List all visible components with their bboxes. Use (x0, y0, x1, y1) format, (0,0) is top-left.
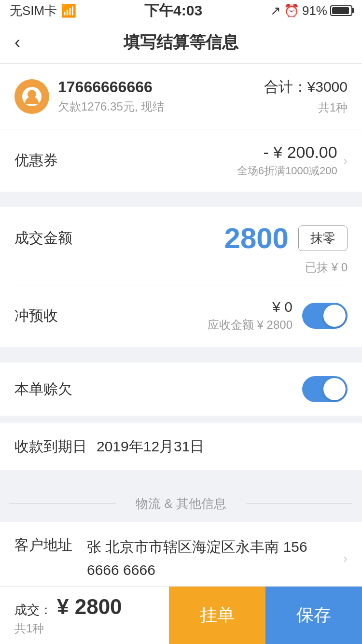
bottom-amount: ¥ 2800 (57, 595, 122, 619)
address-label: 客户地址 (14, 535, 72, 555)
bottom-count: 共1种 (14, 621, 154, 636)
hold-button[interactable]: 挂单 (169, 587, 265, 644)
coupon-desc: 全场6折满1000减200 (237, 164, 337, 178)
customer-info: 17666666666 欠款1276.35元, 现结 (58, 78, 164, 114)
address-section[interactable]: 客户地址 张 北京市市辖区海淀区永丰南 156 6666 6666 › (0, 522, 362, 595)
status-right: ↗ ⏰ 91% (270, 3, 352, 18)
address-value: 张 北京市市辖区海淀区永丰南 156 6666 6666 (87, 535, 337, 582)
status-left: 无SIM卡 📶 (10, 2, 76, 19)
battery-percent: 91% (302, 3, 327, 18)
deal-amount: 2800 (224, 222, 289, 255)
alarm-icon: ⏰ (284, 3, 299, 18)
debt-section: 本单赊欠 (0, 363, 362, 416)
total-amount: 合计：¥3000 (264, 77, 348, 97)
amount-section: 成交金额 2800 抹零 已抹 ¥ 0 冲预收 ¥ 0 应收金额 ¥ 2800 (0, 207, 362, 347)
debt-toggle-knob (323, 378, 346, 400)
content: 17666666666 欠款1276.35元, 现结 合计：¥3000 共1种 … (0, 64, 362, 644)
customer-left: 17666666666 欠款1276.35元, 现结 (14, 78, 164, 114)
precharge-sub: 应收金额 ¥ 2800 (208, 317, 292, 333)
bottom-label: 成交： (14, 602, 52, 618)
precharge-value: ¥ 0 应收金额 ¥ 2800 (208, 299, 292, 333)
avatar (14, 79, 49, 114)
avatar-icon (22, 87, 42, 106)
amount-sub: 已抹 ¥ 0 (14, 260, 348, 275)
precharge-right: ¥ 0 应收金额 ¥ 2800 (208, 299, 348, 333)
divider-2 (0, 355, 362, 363)
logistics-header: 物流 & 其他信息 (0, 486, 362, 522)
coupon-value: - ¥ 200.00 全场6折满1000减200 (237, 143, 337, 178)
divider-1 (0, 199, 362, 207)
save-button[interactable]: 保存 (265, 587, 362, 644)
location-icon: ↗ (270, 3, 281, 18)
customer-right: 合计：¥3000 共1种 (264, 77, 348, 115)
round-off-button[interactable]: 抹零 (298, 225, 348, 251)
coupon-label: 优惠券 (14, 151, 58, 170)
logistics-title: 物流 & 其他信息 (136, 495, 226, 512)
duedate-label: 收款到期日 (14, 437, 87, 457)
divider-3 (0, 478, 362, 486)
toggle-knob (323, 305, 346, 327)
precharge-row: 冲预收 ¥ 0 应收金额 ¥ 2800 (14, 285, 348, 333)
coupon-chevron-icon: › (343, 153, 348, 168)
amount-right: 2800 抹零 (224, 222, 348, 255)
logistics-line-right (246, 504, 352, 504)
coupon-row[interactable]: 优惠券 - ¥ 200.00 全场6折满1000减200 › (0, 129, 362, 192)
bottom-bar: 成交： ¥ 2800 共1种 挂单 保存 (0, 586, 362, 644)
debt-label: 本单赊欠 (14, 379, 72, 399)
debt-toggle[interactable] (302, 376, 348, 402)
precharge-label: 冲预收 (14, 306, 58, 326)
wifi-icon: 📶 (61, 3, 76, 18)
page-title: 填写结算等信息 (124, 31, 238, 54)
bottom-summary-top: 成交： ¥ 2800 (14, 595, 154, 619)
address-chevron-icon: › (343, 551, 348, 566)
coupon-right: - ¥ 200.00 全场6折满1000减200 › (237, 143, 348, 178)
status-bar: 无SIM卡 📶 下午4:03 ↗ ⏰ 91% (0, 0, 362, 21)
back-button[interactable]: ‹ (14, 32, 20, 53)
customer-row: 17666666666 欠款1276.35元, 现结 合计：¥3000 共1种 (0, 64, 362, 129)
total-count: 共1种 (264, 100, 348, 115)
customer-section: 17666666666 欠款1276.35元, 现结 合计：¥3000 共1种 … (0, 64, 362, 192)
header: ‹ 填写结算等信息 (0, 21, 362, 64)
precharge-amount: ¥ 0 (208, 299, 292, 315)
duedate-value: 2019年12月31日 (97, 437, 204, 457)
amount-row: 成交金额 2800 抹零 (14, 222, 348, 255)
logistics-line-left (10, 504, 116, 504)
coupon-amount: - ¥ 200.00 (237, 143, 337, 162)
bottom-summary: 成交： ¥ 2800 共1种 (0, 595, 169, 636)
customer-phone: 17666666666 (58, 78, 164, 96)
status-time: 下午4:03 (144, 1, 202, 21)
carrier-label: 无SIM卡 (10, 2, 57, 19)
customer-debt: 欠款1276.35元, 现结 (58, 99, 164, 114)
amount-label: 成交金额 (14, 228, 72, 248)
precharge-toggle[interactable] (302, 303, 348, 329)
duedate-row: 收款到期日 2019年12月31日 (14, 437, 348, 457)
battery-icon (330, 5, 352, 16)
duedate-section: 收款到期日 2019年12月31日 (0, 423, 362, 470)
